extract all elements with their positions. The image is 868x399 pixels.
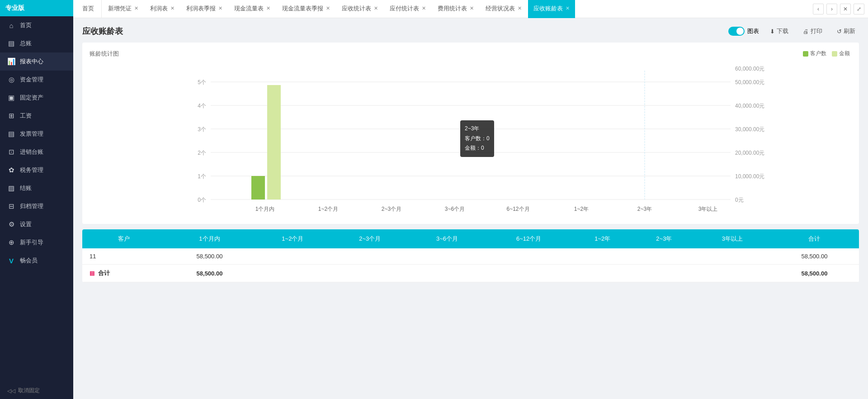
- legend-amount-label: 金额: [839, 50, 850, 57]
- total-icon: ▤: [90, 270, 94, 276]
- chart-toggle[interactable]: 图表: [728, 27, 759, 36]
- tab-expense-stat-close[interactable]: ✕: [470, 5, 474, 11]
- sidebar-label-member: 畅会员: [20, 256, 38, 265]
- sidebar-label-tax: 税务管理: [20, 166, 43, 174]
- tab-cashflow-quarter-close[interactable]: ✕: [326, 5, 330, 11]
- col-m12: 1~2个月: [254, 229, 331, 248]
- cell-m12: [254, 248, 331, 265]
- sidebar-label-inventory: 进销台账: [20, 148, 43, 156]
- ledger-icon: ▤: [7, 39, 15, 48]
- tab-home[interactable]: 首页: [77, 0, 102, 18]
- svg-text:3个: 3个: [198, 126, 206, 133]
- tab-ar-aging[interactable]: 应收账龄表 ✕: [528, 0, 575, 18]
- sidebar-item-member[interactable]: V 畅会员: [0, 252, 73, 270]
- tab-biz-status[interactable]: 经营状况表 ✕: [480, 0, 527, 18]
- cell-customer: 11: [82, 248, 165, 265]
- tab-profit-quarter[interactable]: 利润表季报 ✕: [181, 0, 228, 18]
- home-icon: ⌂: [7, 22, 15, 29]
- print-icon: 🖨: [803, 28, 809, 35]
- sidebar-label-close: 结账: [20, 184, 32, 192]
- download-icon: ⬇: [770, 28, 775, 35]
- sidebar-item-funds[interactable]: ◎ 资金管理: [0, 71, 73, 89]
- sidebar-item-assets[interactable]: ▣ 固定资产: [0, 89, 73, 107]
- total-total: 58,500.00: [770, 265, 859, 282]
- download-button[interactable]: ⬇ 下载: [766, 25, 792, 37]
- sidebar-label-salary: 工资: [20, 112, 32, 120]
- tab-profit-close[interactable]: ✕: [170, 5, 175, 11]
- sidebar-item-ledger[interactable]: ▤ 总账: [0, 34, 73, 52]
- tab-ap-stat-label: 应付统计表: [390, 5, 419, 13]
- tooltip-label: 2~3年: [465, 124, 490, 134]
- pin-label: 取消固定: [18, 387, 40, 394]
- tab-ar-stat-close[interactable]: ✕: [374, 5, 378, 11]
- tab-profit[interactable]: 利润表 ✕: [145, 0, 180, 18]
- archive-icon: ⊟: [7, 202, 15, 210]
- tab-close-all-button[interactable]: ✕: [840, 4, 851, 14]
- col-m612: 6~12个月: [486, 229, 571, 248]
- tab-ar-aging-close[interactable]: ✕: [566, 5, 570, 11]
- tab-expand-button[interactable]: ⤢: [854, 4, 864, 14]
- tab-profit-quarter-close[interactable]: ✕: [218, 5, 222, 11]
- cell-y12: [572, 248, 633, 265]
- table-total-row: ▤ 合计 58,500.00 58,500.00: [82, 265, 859, 282]
- tab-bar: 首页 新增凭证 ✕ 利润表 ✕ 利润表季报 ✕ 现金流量表 ✕ 现金流量表季报 …: [73, 0, 868, 18]
- close-acct-icon: ▨: [7, 184, 15, 192]
- sidebar-item-salary[interactable]: ⊞ 工资: [0, 107, 73, 125]
- tab-cashflow[interactable]: 现金流量表 ✕: [229, 0, 276, 18]
- svg-text:2~3年: 2~3年: [637, 206, 652, 212]
- sidebar-item-guide[interactable]: ⊕ 新手引导: [0, 233, 73, 252]
- tooltip-amount: 金额：0: [465, 143, 490, 153]
- sidebar-logo: 专业版: [0, 0, 73, 16]
- tab-expense-stat[interactable]: 费用统计表 ✕: [432, 0, 479, 18]
- tab-home-label: 首页: [82, 5, 94, 13]
- col-m36: 3~6个月: [409, 229, 486, 248]
- member-icon: V: [7, 257, 15, 265]
- tab-prev-button[interactable]: ‹: [813, 4, 824, 14]
- tooltip-customer: 客户数：0: [465, 134, 490, 144]
- sidebar-item-inventory[interactable]: ⊡ 进销台账: [0, 143, 73, 161]
- main-content: 首页 新增凭证 ✕ 利润表 ✕ 利润表季报 ✕ 现金流量表 ✕ 现金流量表季报 …: [73, 0, 868, 399]
- tab-ar-aging-label: 应收账龄表: [533, 5, 563, 13]
- sidebar-item-close-acct[interactable]: ▨ 结账: [0, 179, 73, 197]
- tab-ar-stat[interactable]: 应收统计表 ✕: [336, 0, 383, 18]
- download-label: 下载: [777, 27, 788, 35]
- tab-voucher[interactable]: 新增凭证 ✕: [103, 0, 144, 18]
- col-total: 合计: [770, 229, 859, 248]
- svg-text:3~6个月: 3~6个月: [445, 206, 465, 212]
- chart-tooltip: 2~3年 客户数：0 金额：0: [460, 120, 494, 157]
- sidebar-item-home[interactable]: ⌂ 首页: [0, 16, 73, 34]
- sidebar-item-tax[interactable]: ✿ 税务管理: [0, 161, 73, 179]
- sidebar-item-archive[interactable]: ⊟ 归档管理: [0, 197, 73, 215]
- svg-text:5个: 5个: [198, 79, 206, 86]
- sidebar-item-reports[interactable]: 📊 报表中心: [0, 52, 73, 71]
- sidebar-item-invoice[interactable]: ▤ 发票管理: [0, 125, 73, 143]
- sidebar-pin-toggle[interactable]: ◁◁ 取消固定: [0, 382, 73, 399]
- print-button[interactable]: 🖨 打印: [799, 25, 826, 37]
- cell-y3plus: [695, 248, 770, 265]
- tab-cashflow-close[interactable]: ✕: [266, 5, 270, 11]
- sidebar-item-settings[interactable]: ⚙ 设置: [0, 215, 73, 233]
- tab-voucher-close[interactable]: ✕: [134, 5, 138, 11]
- svg-text:3年以上: 3年以上: [698, 206, 718, 212]
- tab-voucher-label: 新增凭证: [108, 5, 132, 13]
- legend-amount-dot: [832, 51, 837, 57]
- tax-icon: ✿: [7, 166, 15, 174]
- bar-amount-1[interactable]: [267, 85, 281, 200]
- svg-text:1~2个月: 1~2个月: [318, 206, 338, 212]
- tab-biz-status-close[interactable]: ✕: [518, 5, 522, 11]
- sidebar-label-assets: 固定资产: [20, 94, 43, 102]
- funds-icon: ◎: [7, 76, 15, 84]
- toggle-track[interactable]: [728, 27, 745, 36]
- svg-text:2个: 2个: [198, 150, 206, 156]
- print-label: 打印: [811, 27, 822, 35]
- chart-title: 账龄统计图: [90, 50, 852, 58]
- tab-cashflow-quarter[interactable]: 现金流量表季报 ✕: [277, 0, 335, 18]
- tab-ap-stat-close[interactable]: ✕: [422, 5, 426, 11]
- col-m23: 2~3个月: [331, 229, 409, 248]
- svg-text:1个月内: 1个月内: [255, 206, 275, 212]
- tab-next-button[interactable]: ›: [826, 4, 837, 14]
- tab-ap-stat[interactable]: 应付统计表 ✕: [384, 0, 431, 18]
- total-y23: [633, 265, 695, 282]
- refresh-button[interactable]: ↺ 刷新: [833, 25, 859, 37]
- bar-customer-1[interactable]: [251, 176, 265, 200]
